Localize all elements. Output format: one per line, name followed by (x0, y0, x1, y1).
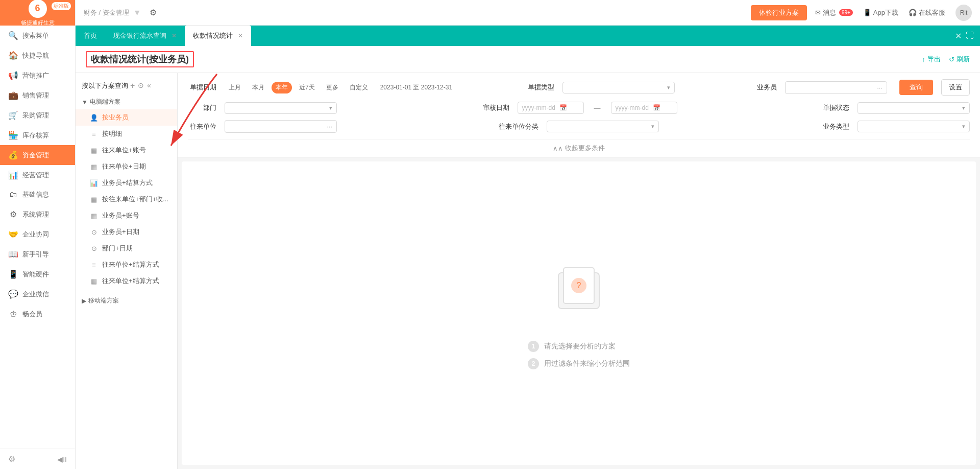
bill-type-select[interactable]: ▾ (562, 82, 675, 93)
date-range-display: 2023-01-01 至 2023-12-31 (380, 83, 452, 92)
partner-category-arrow: ▾ (651, 123, 654, 130)
date-btn-last-month[interactable]: 上月 (225, 82, 245, 93)
inventory-icon: 🏪 (8, 130, 18, 140)
scheme-item-partner-dept-collect[interactable]: ▦ 按往来单位+部门+收... (76, 191, 177, 207)
sidebar-item-hardware[interactable]: 📱 智能硬件 (0, 264, 75, 284)
user-avatar[interactable]: Rit (955, 5, 972, 21)
sidebar-item-purchase[interactable]: 🛒 采购管理 (0, 105, 75, 125)
refresh-icon: ↺ (949, 56, 954, 63)
scheme-icon-clock1: ⊙ (90, 228, 98, 236)
sidebar-settings-icon[interactable]: ⚙ (8, 454, 15, 464)
online-service-label: 在线客服 (919, 8, 945, 17)
scheme-item-partner-payment1[interactable]: ≡ 往来单位+结算方式 (76, 256, 177, 273)
bill-type-label: 单据类型 (526, 83, 554, 92)
partner-select[interactable]: ··· (225, 120, 337, 133)
add-scheme-icon[interactable]: + (130, 81, 135, 90)
message-button[interactable]: ✉ 消息 99+ (815, 8, 853, 17)
right-panel: 单据日期 上月 本月 本年 近7天 更多 自定义 2023-01-01 至 20… (178, 73, 980, 469)
date-btn-custom[interactable]: 自定义 (346, 82, 372, 93)
sidebar-item-guide[interactable]: 📖 新手引导 (0, 244, 75, 264)
scheme-icon-grid3: ▦ (90, 196, 98, 203)
calendar-icon-end: 📅 (653, 104, 660, 111)
review-date-start[interactable]: yyyy-mm-dd 📅 (518, 102, 584, 114)
sidebar-item-finance[interactable]: 💰 资金管理 (0, 145, 75, 165)
scheme-group-mobile-label[interactable]: ▶ 移动端方案 (76, 293, 177, 308)
tab-expand-icon[interactable]: ⛶ (966, 31, 974, 40)
tab-home[interactable]: 首页 (76, 26, 105, 46)
sidebar-item-wechat[interactable]: 💬 企业微信 (0, 284, 75, 304)
scheme-item-salesman-date[interactable]: ⊙ 业务员+日期 (76, 224, 177, 240)
scheme-item-partner-date[interactable]: ▦ 往来单位+日期 (76, 158, 177, 175)
sidebar-item-system[interactable]: ⚙ 系统管理 (0, 204, 75, 224)
date-btn-this-month[interactable]: 本月 (248, 82, 268, 93)
filter-collapse-button[interactable]: ∧∧ 收起更多条件 (188, 139, 970, 157)
review-date-end[interactable]: yyyy-mm-dd 📅 (611, 102, 677, 114)
app-download-label: App下载 (873, 8, 898, 17)
hardware-icon: 📱 (8, 269, 18, 279)
online-service-button[interactable]: 🎧 在线客服 (909, 8, 945, 17)
scheme-icon-grid2: ▦ (90, 163, 98, 171)
settings-button[interactable]: 设置 (941, 79, 970, 96)
scheme-icon-grid4: ▦ (90, 212, 98, 220)
partner-category-select[interactable]: ▾ (547, 121, 659, 132)
topbar-right: ✉ 消息 99+ 📱 App下载 🎧 在线客服 Rit (815, 5, 972, 21)
wechat-icon: 💬 (8, 289, 18, 299)
tab-bank-flow[interactable]: 现金银行流水查询 ✕ (105, 26, 185, 46)
sidebar-item-search-menu[interactable]: 🔍 搜索菜单 (0, 26, 75, 45)
tab-collection-stats-close[interactable]: ✕ (238, 32, 243, 39)
logo: 6 畅捷通好生意 标准版 (0, 0, 75, 26)
sidebar-item-inventory[interactable]: 🏪 库存核算 (0, 125, 75, 145)
topbar-gear[interactable]: ⚙ (150, 8, 157, 17)
left-panel-header-icons: + ⊙ « (130, 81, 151, 90)
date-btn-more[interactable]: 更多 (322, 82, 342, 93)
sidebar-item-quick-nav[interactable]: 🏠 快捷导航 (0, 45, 75, 65)
scheme-icon-list2: ≡ (90, 261, 98, 269)
page-header-actions: ↑ 导出 ↺ 刷新 (922, 55, 970, 64)
business-type-select[interactable]: ▾ (857, 121, 970, 132)
app-download-button[interactable]: 📱 App下载 (863, 8, 898, 17)
tab-collection-stats[interactable]: 收款情况统计 ✕ (185, 26, 251, 46)
bill-status-select[interactable]: ▾ (857, 102, 970, 114)
sidebar-collapse-icon[interactable]: ◀II (57, 455, 67, 463)
scheme-icon-grid1: ▦ (90, 147, 98, 154)
sidebar-item-operation[interactable]: 📊 经营管理 (0, 165, 75, 185)
salesman-select[interactable]: ··· (785, 81, 887, 94)
sidebar-item-sales[interactable]: 💼 销售管理 (0, 85, 75, 105)
sidebar-item-marketing[interactable]: 📢 营销推广 (0, 65, 75, 85)
business-type-label: 业务类型 (821, 122, 849, 131)
review-date-label: 审核日期 (481, 103, 509, 112)
scheme-item-by-salesman[interactable]: 👤 按业务员 (76, 109, 177, 126)
topbar: 财务 / 资金管理 ▼ ⚙ 体验行业方案 ✉ 消息 99+ 📱 App下载 🎧 … (76, 0, 980, 26)
salesman-more-icon: ··· (877, 84, 883, 91)
sidebar-item-basic[interactable]: 🗂 基础信息 (0, 185, 75, 204)
export-button[interactable]: ↑ 导出 (922, 55, 941, 64)
scheme-item-salesman-payment[interactable]: 📊 业务员+结算方式 (76, 175, 177, 191)
query-button[interactable]: 查询 (899, 80, 933, 95)
calendar-icon: 📅 (559, 104, 567, 111)
sidebar-bottom: ⚙ ◀II (0, 449, 75, 469)
industry-plan-button[interactable]: 体验行业方案 (751, 5, 807, 20)
step-2-text: 用过滤条件来缩小分析范围 (544, 359, 630, 368)
scheme-group-desktop-label[interactable]: ▼ 电脑端方案 (76, 95, 177, 109)
refresh-button[interactable]: ↺ 刷新 (949, 55, 970, 64)
breadcrumb: 财务 / 资金管理 (84, 8, 129, 17)
sidebar-item-member[interactable]: ♔ 畅会员 (0, 304, 75, 324)
scheme-icon-person: 👤 (90, 114, 98, 122)
tab-bank-flow-close[interactable]: ✕ (172, 32, 177, 39)
dept-select[interactable]: ▾ (225, 102, 337, 114)
sidebar-item-enterprise[interactable]: 🤝 企业协同 (0, 224, 75, 244)
date-btn-this-year[interactable]: 本年 (272, 82, 292, 93)
scheme-item-partner-payment2[interactable]: ▦ 往来单位+结算方式 (76, 273, 177, 289)
scheme-item-partner-account[interactable]: ▦ 往来单位+账号 (76, 142, 177, 158)
scheme-item-dept-date[interactable]: ⊙ 部门+日期 (76, 240, 177, 256)
empty-illustration: ? (548, 257, 609, 329)
date-btn-last-7days[interactable]: 近7天 (295, 82, 319, 93)
tab-close-all-icon[interactable]: ✕ (955, 31, 962, 41)
panel-collapse-icon[interactable]: « (147, 81, 151, 90)
scheme-item-by-detail[interactable]: ≡ 按明细 (76, 126, 177, 142)
data-area: ? 1 请先选择要分析的方案 2 用过滤条件来缩小分析范围 (182, 161, 976, 465)
scheme-settings-icon[interactable]: ⊙ (138, 81, 144, 90)
date-label: 单据日期 (188, 83, 216, 92)
scheme-item-salesman-account[interactable]: ▦ 业务员+账号 (76, 207, 177, 224)
main-area: 财务 / 资金管理 ▼ ⚙ 体验行业方案 ✉ 消息 99+ 📱 App下载 🎧 … (76, 0, 980, 469)
